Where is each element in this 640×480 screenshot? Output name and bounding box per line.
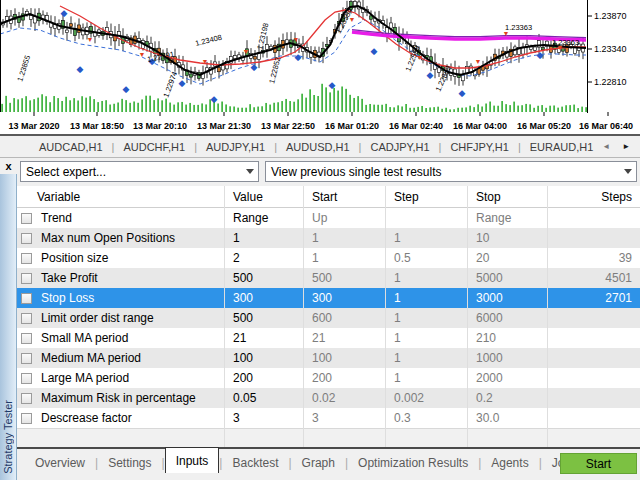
row-checkbox[interactable]	[21, 213, 32, 224]
symbol-tab-cadjpy-h1[interactable]: CADJPY,H1	[361, 141, 438, 153]
symbol-scroll-controls: ◄ ►	[602, 142, 640, 151]
price-chart[interactable]: ◆◆◆◆◆◆◆◆◆◆◆◆◆▼▼▼▼▼▼▼▼▼▼1.238551.227911.2…	[0, 0, 640, 134]
start-cell: 1	[303, 231, 385, 245]
price-annotation: 1.23855	[15, 54, 32, 83]
results-view-dropdown[interactable]: View previous single test results	[265, 161, 637, 182]
start-button[interactable]: Start	[560, 453, 637, 474]
tab-overview[interactable]: Overview	[25, 453, 95, 473]
step-cell: 0.5	[385, 251, 467, 265]
buy-marker-icon: ◆	[427, 70, 434, 80]
buy-marker-icon: ◆	[123, 84, 130, 94]
row-checkbox[interactable]	[21, 313, 32, 324]
table-row-position-size[interactable]: Position size210.52039	[17, 248, 640, 268]
row-checkbox[interactable]	[21, 353, 32, 364]
tab-graph[interactable]: Graph	[292, 453, 345, 473]
time-axis-label: 13 Mar 22:50	[261, 121, 315, 131]
value-cell: 2	[224, 251, 303, 265]
inputs-table: VariableValueStartStepStopSteps TrendRan…	[17, 186, 640, 447]
table-row-take-profit[interactable]: Take Profit500500150004501	[17, 268, 640, 288]
variable-name: Position size	[41, 251, 108, 265]
value-cell: 500	[224, 271, 303, 285]
symbol-tab-audjpy-h1[interactable]: AUDJPY,H1	[197, 141, 274, 153]
value-cell: 100	[224, 351, 303, 365]
value-cell: 300	[224, 291, 303, 305]
price-annotation: 1.22974	[161, 70, 179, 99]
start-cell: Up	[303, 211, 385, 225]
buy-marker-icon: ◆	[537, 50, 544, 60]
table-row-limit-order-dist-range[interactable]: Limit order dist range50060016000	[17, 308, 640, 328]
row-checkbox[interactable]	[21, 333, 32, 344]
table-row-medium-ma-period[interactable]: Medium MA period10010011000	[17, 348, 640, 368]
symbol-tab-chfjpy-h1[interactable]: CHFJPY,H1	[441, 141, 517, 153]
table-row-max-num-open-positions[interactable]: Max num Open Positions11110	[17, 228, 640, 248]
table-row-small-ma-period[interactable]: Small MA period21211210	[17, 328, 640, 348]
sell-marker-icon: ▼	[139, 51, 146, 58]
stop-cell: 30.0	[467, 411, 547, 425]
table-row-stop-loss[interactable]: Stop Loss300300130002701	[17, 288, 640, 308]
value-cell: 21	[224, 331, 303, 345]
variable-name: Limit order dist range	[41, 311, 154, 325]
variable-name: Small MA period	[41, 331, 128, 345]
symbol-tab-euraud-h1[interactable]: EURAUD,H1	[521, 141, 603, 153]
tab-agents[interactable]: Agents	[481, 453, 538, 473]
value-cell: 0.05	[224, 391, 303, 405]
symbol-tab-audusd-h1[interactable]: AUDUSD,H1	[277, 141, 359, 153]
tab-optimization-results[interactable]: Optimization Results	[348, 453, 478, 473]
buy-marker-icon: ◆	[251, 62, 258, 72]
row-checkbox[interactable]	[21, 253, 32, 264]
stop-cell: 0.2	[467, 391, 547, 405]
step-cell: 0.002	[385, 391, 467, 405]
row-checkbox[interactable]	[21, 273, 32, 284]
column-header-step: Step	[385, 190, 467, 204]
time-axis-label: 13 Mar 20:10	[133, 121, 187, 131]
tab-inputs[interactable]: Inputs	[165, 447, 220, 473]
stop-cell: 20	[467, 251, 547, 265]
table-header-row: VariableValueStartStepStopSteps	[17, 186, 640, 208]
table-row-maximum-risk-in-percentage[interactable]: Maximum Risk in percentage0.050.020.0020…	[17, 388, 640, 408]
time-axis-label: 13 Mar 21:30	[197, 121, 251, 131]
stop-cell: 2000	[467, 371, 547, 385]
step-cell: 1	[385, 291, 467, 305]
start-cell: 21	[303, 331, 385, 345]
variable-name: Stop Loss	[41, 291, 94, 305]
stop-cell: 10	[467, 231, 547, 245]
scroll-right-icon[interactable]: ►	[622, 142, 630, 151]
expert-select-dropdown[interactable]: Select expert...	[20, 161, 259, 182]
step-cell: 1	[385, 271, 467, 285]
row-checkbox[interactable]	[21, 233, 32, 244]
close-icon: x	[5, 160, 11, 172]
start-cell: 0.02	[303, 391, 385, 405]
close-panel-button[interactable]: x	[0, 158, 17, 174]
scroll-left-icon[interactable]: ◄	[602, 142, 610, 151]
column-header-stop: Stop	[467, 190, 547, 204]
table-row-large-ma-period[interactable]: Large MA period20020012000	[17, 368, 640, 388]
row-checkbox[interactable]	[21, 373, 32, 384]
stop-cell: 6000	[467, 311, 547, 325]
tab-settings[interactable]: Settings	[98, 453, 161, 473]
row-checkbox[interactable]	[21, 293, 32, 304]
tab-backtest[interactable]: Backtest	[222, 453, 288, 473]
row-checkbox[interactable]	[21, 393, 32, 404]
price-axis-label: 1.23870	[594, 11, 627, 21]
row-checkbox[interactable]	[21, 413, 32, 424]
symbol-tab-audcad-h1[interactable]: AUDCAD,H1	[30, 141, 112, 153]
table-row-descrease-factor[interactable]: Descrease factor330.330.0	[17, 408, 640, 428]
stop-cell: 5000	[467, 271, 547, 285]
variable-name: Maximum Risk in percentage	[41, 391, 196, 405]
step-cell: 1	[385, 351, 467, 365]
step-cell: 1	[385, 371, 467, 385]
time-axis-label: 13 Mar 18:50	[70, 121, 124, 131]
column-header-value: Value	[224, 190, 303, 204]
table-row-trend[interactable]: TrendRangeUpRange	[17, 208, 640, 228]
buy-marker-icon: ◆	[179, 78, 186, 88]
buy-marker-icon: ◆	[459, 88, 466, 98]
buy-marker-icon: ◆	[329, 80, 336, 90]
time-axis-label: 16 Mar 04:00	[453, 121, 507, 131]
variable-name: Take Profit	[41, 271, 98, 285]
symbol-tab-audchf-h1[interactable]: AUDCHF,H1	[114, 141, 194, 153]
start-cell: 3	[303, 411, 385, 425]
start-button-label: Start	[586, 457, 611, 471]
start-cell: 300	[303, 291, 385, 305]
chart-canvas[interactable]: ◆◆◆◆◆◆◆◆◆◆◆◆◆▼▼▼▼▼▼▼▼▼▼1.238551.227911.2…	[0, 0, 640, 134]
strategy-tester-sidebar[interactable]	[0, 158, 17, 480]
